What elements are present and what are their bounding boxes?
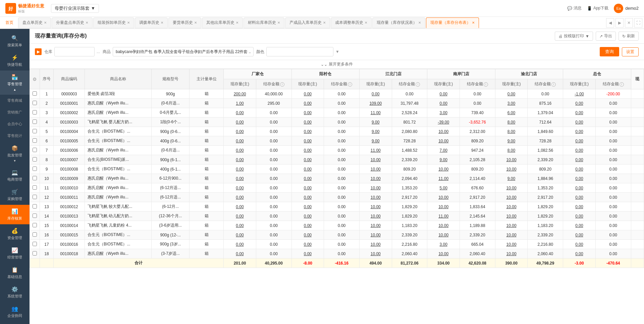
td-nanan-qty[interactable]: 10.00	[427, 165, 460, 174]
sidebar-item-finance[interactable]: 💰 资金管理	[0, 224, 30, 244]
info-icon[interactable]: i	[620, 82, 624, 87]
close-icon[interactable]: ✕	[194, 21, 197, 25]
td-zong-qty[interactable]: 0.00	[563, 118, 596, 127]
td-factory-qty[interactable]: 0.00	[224, 118, 256, 127]
export-btn[interactable]: ↗ 导出	[596, 32, 616, 41]
td-nanan-qty[interactable]: 11.00	[427, 212, 460, 221]
row-checkbox[interactable]	[33, 185, 37, 190]
td-jiangbei-qty[interactable]: 10.00	[359, 249, 392, 259]
td-jiangbei-qty[interactable]: 10.00	[359, 221, 392, 230]
row-checkbox[interactable]	[33, 214, 37, 218]
td-factory-qty[interactable]: 0.00	[224, 212, 256, 221]
td-zong-qty[interactable]: 0.00	[563, 202, 596, 212]
td-mocun-qty[interactable]: 0.00	[291, 89, 324, 99]
row-checkbox[interactable]	[33, 110, 37, 114]
sidebar-item-guide[interactable]: 🎯 新手引导	[0, 322, 30, 324]
td-nanan-qty[interactable]: 3.00	[427, 108, 460, 118]
td-zong-qty[interactable]: 0.00	[563, 174, 596, 183]
td-zong-qty[interactable]: 0.00	[563, 230, 596, 240]
td-zong-qty[interactable]: 0.00	[563, 240, 596, 249]
td-zong-qty[interactable]: -1.00	[563, 89, 596, 99]
sidebar-item-collab[interactable]: 👥 企业协同	[0, 302, 30, 322]
tab-panding[interactable]: 盘点单历史 ✕	[18, 17, 51, 28]
td-checkbox[interactable]	[30, 183, 40, 193]
tab-expand-btn[interactable]: ⛶	[634, 18, 642, 28]
td-yubei-qty[interactable]: 10.00	[495, 165, 528, 174]
td-yubei-qty[interactable]: 8.00	[495, 127, 528, 136]
row-checkbox[interactable]	[33, 242, 37, 246]
td-factory-qty[interactable]: 0.00	[224, 202, 256, 212]
row-checkbox[interactable]	[33, 101, 37, 105]
td-checkbox[interactable]	[30, 89, 40, 99]
td-factory-qty[interactable]: 1.00	[224, 99, 256, 108]
td-checkbox[interactable]	[30, 165, 40, 174]
sidebar-item-purchase[interactable]: 🛒 采购管理	[0, 185, 30, 205]
td-nanan-qty[interactable]: 10.00	[427, 136, 460, 146]
td-checkbox[interactable]	[30, 146, 40, 155]
filter-expand-btn[interactable]: ▶	[35, 48, 42, 55]
td-jiangbei-qty[interactable]: 10.00	[359, 230, 392, 240]
td-mocun-qty[interactable]: 0.00	[291, 230, 324, 240]
row-checkbox[interactable]	[33, 176, 37, 180]
tab-home[interactable]: 首页	[1, 17, 17, 28]
td-nanan-qty[interactable]: 10.00	[427, 221, 460, 230]
td-factory-qty[interactable]: 200.00	[224, 89, 256, 99]
td-yubei-qty[interactable]: 8.00	[495, 146, 528, 155]
td-yubei-qty[interactable]: 0.00	[495, 89, 528, 99]
td-factory-qty[interactable]: 0.00	[224, 193, 256, 202]
tab-yaohuo[interactable]: 要货单历史 ✕	[168, 17, 201, 28]
td-jiangbei-qty[interactable]: 10.00	[359, 155, 392, 165]
td-zong-qty[interactable]: 0.00	[563, 165, 596, 174]
tab-fenpanding[interactable]: 分量盘点单历史 ✕	[52, 17, 93, 28]
user-area[interactable]: Ea demo2	[614, 4, 639, 13]
td-zong-qty[interactable]: 0.00	[563, 146, 596, 155]
td-mocun-qty[interactable]: 0.00	[291, 146, 324, 155]
td-jiangbei-qty[interactable]: 10.00	[359, 193, 392, 202]
td-jiangbei-qty[interactable]: 10.00	[359, 240, 392, 249]
close-icon[interactable]: ✕	[277, 21, 280, 25]
tab-kuanzhuang[interactable]: 现存量（库存状况表） ✕	[372, 17, 425, 28]
info-icon[interactable]: i	[280, 82, 284, 87]
sidebar-item-basic[interactable]: 📋 基础信息	[0, 263, 30, 283]
td-nanan-qty[interactable]: 0.00	[427, 99, 460, 108]
td-zong-qty[interactable]: 0.00	[563, 108, 596, 118]
td-yubei-qty[interactable]: 10.00	[495, 193, 528, 202]
td-factory-qty[interactable]: 0.00	[224, 165, 256, 174]
td-checkbox[interactable]	[30, 221, 40, 230]
sidebar-item-shortcut[interactable]: ⚡ 快捷导航	[0, 51, 30, 71]
settings-icon[interactable]: ⚙	[33, 77, 37, 82]
td-zong-qty[interactable]: 0.00	[563, 155, 596, 165]
td-checkbox[interactable]	[30, 230, 40, 240]
td-jiangbei-qty[interactable]: 0.00	[359, 89, 392, 99]
tab-cailiao[interactable]: 材料出库单历史 ✕	[244, 17, 284, 28]
close-icon[interactable]: ✕	[472, 21, 475, 25]
td-checkbox[interactable]	[30, 99, 40, 108]
info-icon[interactable]: i	[416, 82, 420, 87]
row-checkbox[interactable]	[33, 148, 37, 152]
td-nanan-qty[interactable]: 3.00	[427, 240, 460, 249]
td-factory-qty[interactable]: 0.00	[224, 146, 256, 155]
td-mocun-qty[interactable]: 0.00	[291, 118, 324, 127]
td-nanan-qty[interactable]: -39.00	[427, 118, 460, 127]
td-nanan-qty[interactable]: 10.00	[427, 193, 460, 202]
refresh-btn[interactable]: ↻ 刷新	[619, 32, 639, 41]
industry-dropdown[interactable]: 母婴行业演示陈套 ▼	[51, 4, 99, 13]
td-checkbox[interactable]	[30, 212, 40, 221]
row-checkbox[interactable]	[33, 251, 37, 256]
td-jiangbei-qty[interactable]: 9.00	[359, 118, 392, 127]
td-mocun-qty[interactable]: 0.00	[291, 240, 324, 249]
print-btn[interactable]: 🖨 按模版打印 ▼	[555, 32, 593, 41]
td-factory-qty[interactable]: 0.00	[224, 249, 256, 259]
info-icon[interactable]: i	[348, 82, 352, 87]
row-checkbox[interactable]	[33, 167, 37, 171]
sidebar-item-search[interactable]: 🔍 搜索英单	[0, 32, 30, 51]
td-checkbox[interactable]	[30, 202, 40, 212]
sidebar-item-wholesale[interactable]: 📦 批发管理 ▼	[0, 142, 30, 166]
sidebar-item-inventory[interactable]: 📊 库存核算	[0, 205, 30, 224]
td-mocun-qty[interactable]: 0.00	[291, 183, 324, 193]
td-mocun-qty[interactable]: 0.00	[291, 212, 324, 221]
td-mocun-qty[interactable]: 0.00	[291, 249, 324, 259]
table-area[interactable]: ⚙ 序号 商品编码 商品名称 规格型号 主计量单位 厂家仓 陌村仓 江北门店 南…	[30, 69, 644, 324]
td-nanan-qty[interactable]: 7.00	[427, 146, 460, 155]
tab-chengben[interactable]: 成本调整单历史 ✕	[331, 17, 372, 28]
